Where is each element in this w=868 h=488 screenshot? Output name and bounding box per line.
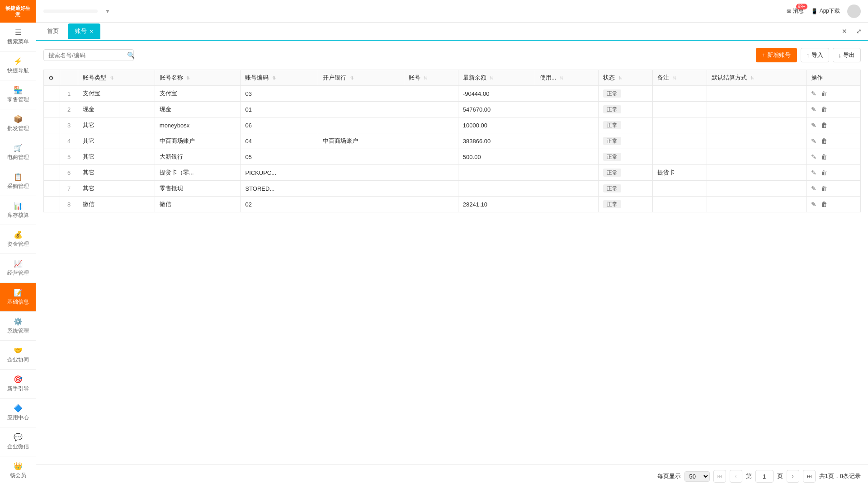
row-default-settlement-4 [707,149,807,165]
next-page-button[interactable]: › [787,470,799,483]
total-info: 共1页，8条记录 [819,472,861,480]
sidebar-item-ecommerce-mgmt[interactable]: 🛒电商管理 [0,138,36,167]
delete-btn-1[interactable]: 🗑 [821,106,827,113]
col-account-code[interactable]: 账号编码 ⇅ [241,70,318,86]
tab-close-accounts[interactable]: ✕ [90,29,93,34]
sidebar-label-quick-nav: 快捷导航 [7,67,29,74]
sidebar-item-wholesale-mgmt[interactable]: 📦批发管理 [0,109,36,138]
content-area: 🔍 + 新增账号 ↑ 导入 ↓ 导出 ⚙ 账号类型 ⇅ [36,41,868,464]
row-account-no-6 [404,181,458,197]
search-icon[interactable]: 🔍 [127,52,135,59]
sidebar-label-enterprise-wechat: 企业微信 [7,443,29,450]
row-num-5: 6 [60,165,78,181]
add-account-button[interactable]: + 新增账号 [756,48,797,62]
export-label: 导出 [843,51,855,59]
row-notes-5: 提货卡 [653,165,707,181]
last-page-button[interactable]: ⏭ [803,470,816,483]
close-tab-button[interactable]: ✕ [839,26,850,37]
dropdown-arrow-icon[interactable]: ▼ [105,8,110,14]
edit-btn-3[interactable]: ✎ [811,137,816,145]
col-account-type[interactable]: 账号类型 ⇅ [78,70,155,86]
delete-btn-6[interactable]: 🗑 [821,185,827,192]
edit-btn-0[interactable]: ✎ [811,90,816,97]
tab-accounts[interactable]: 账号✕ [68,23,100,39]
edit-btn-1[interactable]: ✎ [811,106,816,113]
col-usage[interactable]: 使用... ⇅ [535,70,599,86]
edit-btn-5[interactable]: ✎ [811,169,816,176]
row-settings-7 [44,197,60,212]
table-row: 3 其它 moneybosx 06 10000.00 正常 ✎ 🗑 [44,117,861,133]
toolbar: 🔍 + 新增账号 ↑ 导入 ↓ 导出 [43,48,861,62]
page-number-input[interactable] [755,470,774,483]
notification-badge: 99+ [796,4,807,9]
delete-btn-3[interactable]: 🗑 [821,137,827,145]
search-input[interactable] [48,52,124,59]
row-account-type-3: 其它 [78,133,155,149]
row-account-no-5 [404,165,458,181]
table-row: 1 支付宝 支付宝 03 -90444.00 正常 ✎ 🗑 [44,86,861,102]
row-account-name-4: 大新银行 [155,149,241,165]
edit-btn-6[interactable]: ✎ [811,185,816,192]
row-usage-1 [535,102,599,117]
edit-btn-7[interactable]: ✎ [811,201,816,208]
row-usage-2 [535,117,599,133]
row-account-type-6: 其它 [78,181,155,197]
delete-btn-5[interactable]: 🗑 [821,169,827,176]
user-avatar[interactable] [847,5,861,18]
page-size-select[interactable]: 50 100 200 [684,471,710,482]
sidebar-item-app-center[interactable]: 🔷应用中心 [0,399,36,427]
top-search[interactable] [43,9,98,13]
prev-page-button[interactable]: ‹ [730,470,742,483]
col-account-name[interactable]: 账号名称 ⇅ [155,70,241,86]
row-default-settlement-6 [707,181,807,197]
table-row: 8 微信 微信 02 28241.10 正常 ✎ 🗑 [44,197,861,212]
first-page-button[interactable]: ⏮ [713,470,726,483]
expand-tab-button[interactable]: ⤢ [854,26,864,37]
sidebar-item-basic-info[interactable]: 📝基础信息 [0,283,36,312]
notification-button[interactable]: ✉ 消息 99+ [787,7,804,15]
col-status[interactable]: 状态 ⇅ [599,70,653,86]
import-button[interactable]: ↑ 导入 [801,48,829,62]
sidebar-label-basic-info: 基础信息 [7,299,29,305]
sidebar-item-finance-mgmt[interactable]: 💰资金管理 [0,225,36,254]
col-latest-balance[interactable]: 最新余额 ⇅ [458,70,535,86]
col-bank[interactable]: 开户银行 ⇅ [318,70,404,86]
row-bank-6 [318,181,404,197]
sidebar-item-retail-mgmt[interactable]: 🏪零售管理 [0,80,36,109]
row-account-code-3: 04 [241,133,318,149]
sidebar-item-ops-mgmt[interactable]: 📈经营管理 [0,254,36,283]
row-status-5: 正常 [599,165,653,181]
edit-btn-2[interactable]: ✎ [811,122,816,129]
col-default-settlement[interactable]: 默认结算方式 ⇅ [707,70,807,86]
delete-btn-4[interactable]: 🗑 [821,153,827,160]
sidebar-item-inventory[interactable]: 📊库存核算 [0,196,36,225]
row-settings-6 [44,181,60,197]
col-settings[interactable]: ⚙ [44,70,60,86]
sidebar-item-new-guide[interactable]: 🎯新手引导 [0,370,36,399]
row-account-type-2: 其它 [78,117,155,133]
sidebar-item-search-menu[interactable]: ☰搜索菜单 [0,23,36,52]
delete-btn-2[interactable]: 🗑 [821,122,827,129]
col-notes[interactable]: 备注 ⇅ [653,70,707,86]
row-actions-3: ✎ 🗑 [806,133,860,149]
sidebar-item-vip-member[interactable]: 👑畅会员 [0,456,36,485]
edit-btn-4[interactable]: ✎ [811,153,816,160]
tab-home[interactable]: 首页 [40,23,66,39]
app-download-button[interactable]: 📱 App下载 [811,7,840,15]
sidebar-item-enterprise-wechat[interactable]: 💬企业微信 [0,427,36,456]
delete-btn-7[interactable]: 🗑 [821,201,827,208]
row-usage-3 [535,133,599,149]
sidebar-item-sys-mgmt[interactable]: ⚙️系统管理 [0,312,36,341]
export-button[interactable]: ↓ 导出 [833,48,861,62]
sidebar-item-enterprise-agreement[interactable]: 🤝企业协同 [0,341,36,370]
sidebar-item-purchase-mgmt[interactable]: 📋采购管理 [0,167,36,196]
col-account-no[interactable]: 账号 ⇅ [404,70,458,86]
row-account-name-7: 微信 [155,197,241,212]
row-bank-5 [318,165,404,181]
sidebar-item-quick-nav[interactable]: ⚡快捷导航 [0,52,36,80]
pagination-bar: 每页显示 50 100 200 ⏮ ‹ 第 页 › ⏭ 共1页，8条记录 [36,464,868,488]
delete-btn-0[interactable]: 🗑 [821,90,827,97]
sidebar-label-purchase-mgmt: 采购管理 [7,183,29,189]
sidebar: 畅捷通好生意 ☰搜索菜单⚡快捷导航🏪零售管理📦批发管理🛒电商管理📋采购管理📊库存… [0,0,36,488]
row-status-2: 正常 [599,117,653,133]
